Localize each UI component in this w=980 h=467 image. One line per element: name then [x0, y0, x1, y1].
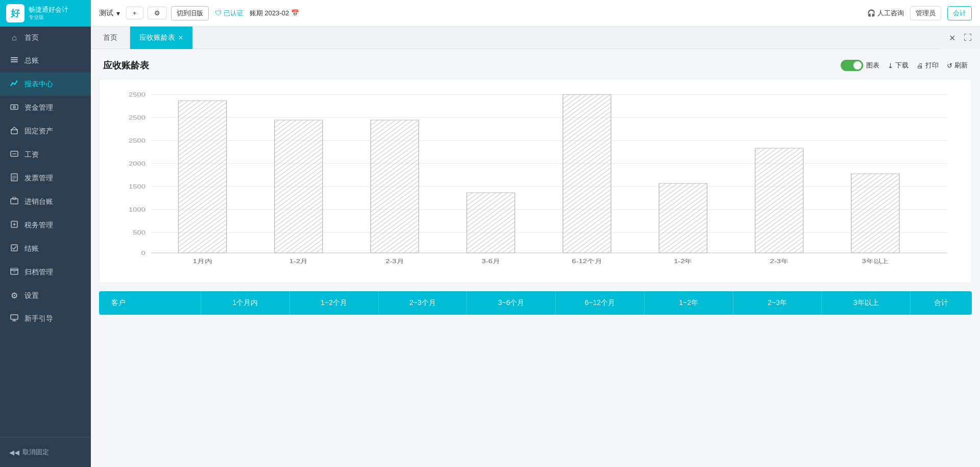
ledger-icon: [9, 56, 19, 66]
page-actions: 图表 ⤓ 下载 🖨 打印 ↺ 刷新: [841, 60, 968, 71]
chart-toggle[interactable]: [841, 60, 863, 71]
user-button[interactable]: 管理员: [910, 6, 941, 20]
project-name: 测试: [99, 9, 113, 18]
topbar: 测试 ▾ + ⚙ 切到旧版 🛡 已认证 账期 2023-02 📅 🎧 人工咨询 …: [91, 0, 980, 27]
print-label: 打印: [925, 61, 939, 70]
table-container: 客户 1个月内 1~2个月 2~3个月 3~6个月 6~12个月 1~2年 2~…: [99, 291, 972, 315]
sidebar-item-sales[interactable]: 进销台账: [0, 190, 91, 214]
refresh-icon: ↺: [947, 62, 952, 69]
svg-rect-2: [11, 61, 18, 62]
bar-6-12个月: [563, 95, 611, 253]
download-label: 下载: [895, 61, 909, 70]
sidebar-item-label: 首页: [24, 33, 39, 42]
tab-close-window-button[interactable]: ✕: [947, 31, 958, 45]
table-col-2-3y: 2~3年: [733, 291, 822, 315]
table-col-1m: 1个月内: [201, 291, 290, 315]
content-area: 应收账龄表 图表 ⤓ 下载 🖨 打印 ↺ 刷新: [91, 49, 980, 467]
sidebar-item-settings[interactable]: ⚙ 设置: [0, 284, 91, 307]
consult-button[interactable]: 🎧 人工咨询: [867, 9, 904, 18]
tabbar-right: ✕ ⛶: [941, 27, 980, 49]
role-button[interactable]: 会计: [947, 6, 972, 20]
sidebar-item-label: 归档管理: [24, 268, 53, 277]
assets-icon: [9, 126, 19, 136]
table-col-3-6m: 3~6个月: [467, 291, 556, 315]
bar-1-2年: [659, 183, 707, 253]
bar-3-6月: [467, 193, 514, 253]
tab-close-icon[interactable]: ✕: [178, 34, 183, 41]
svg-text:500: 500: [133, 229, 145, 236]
invoice-icon: [9, 173, 19, 183]
app-logo-icon: 好: [6, 4, 24, 22]
download-icon: ⤓: [888, 62, 893, 69]
certified-status: 🛡 已认证: [215, 9, 243, 18]
sidebar-item-reports[interactable]: 报表中心: [0, 73, 91, 96]
switch-old-button[interactable]: 切到旧版: [171, 6, 209, 20]
page-title: 应收账龄表: [103, 59, 149, 72]
svg-rect-0: [11, 57, 18, 58]
svg-text:2-3年: 2-3年: [770, 258, 788, 265]
tab-expand-button[interactable]: ⛶: [962, 31, 974, 44]
sidebar-item-guide[interactable]: 新手引导: [0, 307, 91, 331]
tabbar: 首页 应收账龄表 ✕ ✕ ⛶: [91, 27, 980, 49]
chart-toggle-wrap: 图表: [841, 60, 879, 71]
chart-container: 2500 2500 2500 2000 1500 1000 500 0: [99, 79, 972, 283]
cancel-fixed-label: 取消固定: [22, 448, 49, 457]
refresh-label: 刷新: [954, 61, 968, 70]
sidebar-item-label: 设置: [24, 291, 39, 300]
sales-icon: [9, 197, 19, 207]
tab-home[interactable]: 首页: [91, 27, 130, 49]
sidebar-item-label: 新手引导: [24, 314, 53, 323]
svg-text:2500: 2500: [129, 114, 145, 121]
headset-icon: 🎧: [867, 9, 875, 17]
sidebar-scroll: ⌂ 首页 总账 报表中心: [0, 27, 91, 437]
sidebar: 好 畅捷通好会计 专业版 ⌂ 首页 总账: [0, 0, 91, 467]
app-edition: 专业版: [29, 14, 68, 21]
bar-3年以上: [851, 174, 899, 253]
svg-rect-6: [11, 130, 17, 134]
sidebar-item-label: 税务管理: [24, 221, 53, 230]
dropdown-icon: ▾: [116, 9, 120, 17]
table-col-total: 合计: [911, 291, 972, 315]
sidebar-item-label: 资金管理: [24, 103, 53, 112]
tab-receivable-aging[interactable]: 应收账龄表 ✕: [130, 27, 193, 49]
project-selector[interactable]: 测试 ▾: [99, 9, 120, 18]
refresh-button[interactable]: ↺ 刷新: [947, 61, 968, 70]
sidebar-item-label: 总账: [24, 56, 39, 65]
sidebar-item-assets[interactable]: 固定资产: [0, 120, 91, 143]
svg-rect-9: [11, 174, 17, 181]
svg-rect-20: [11, 268, 18, 270]
svg-rect-1: [11, 59, 18, 60]
sidebar-item-home[interactable]: ⌂ 首页: [0, 27, 91, 49]
table-header: 客户 1个月内 1~2个月 2~3个月 3~6个月 6~12个月 1~2年 2~…: [99, 291, 972, 315]
sidebar-item-archive[interactable]: 归档管理: [0, 261, 91, 284]
download-button[interactable]: ⤓ 下载: [888, 61, 909, 70]
table-col-customer: 客户: [99, 291, 201, 315]
sidebar-item-ledger[interactable]: 总账: [0, 49, 91, 73]
svg-text:3-6月: 3-6月: [482, 258, 500, 265]
svg-text:2000: 2000: [129, 160, 145, 167]
pin-icon: ◀◀: [9, 449, 19, 456]
sidebar-logo: 好 畅捷通好会计 专业版: [0, 0, 91, 27]
svg-text:1-2年: 1-2年: [674, 258, 692, 265]
add-button[interactable]: +: [126, 7, 143, 19]
sidebar-item-label: 报表中心: [24, 80, 53, 89]
sidebar-item-close[interactable]: 结账: [0, 237, 91, 261]
svg-text:2-3月: 2-3月: [385, 258, 404, 265]
settings-button[interactable]: ⚙: [148, 7, 167, 19]
bar-2-3年: [755, 148, 803, 253]
cancel-fixed-button[interactable]: ◀◀ 取消固定: [0, 442, 91, 462]
table-col-1-2y: 1~2年: [645, 291, 733, 315]
svg-rect-22: [11, 315, 18, 319]
sidebar-item-invoice[interactable]: 发票管理: [0, 167, 91, 190]
topbar-actions: + ⚙ 切到旧版: [126, 6, 209, 20]
close-account-icon: [9, 244, 19, 254]
sidebar-item-tax[interactable]: 税务管理: [0, 214, 91, 237]
period-selector[interactable]: 账期 2023-02 📅: [250, 9, 300, 18]
sidebar-item-salary[interactable]: 工资: [0, 143, 91, 167]
svg-text:0: 0: [141, 250, 145, 256]
bar-1月内: [179, 101, 227, 253]
svg-text:6-12个月: 6-12个月: [572, 258, 602, 265]
print-button[interactable]: 🖨 打印: [917, 61, 939, 70]
print-icon: 🖨: [917, 62, 923, 69]
sidebar-item-funds[interactable]: 资金管理: [0, 96, 91, 120]
